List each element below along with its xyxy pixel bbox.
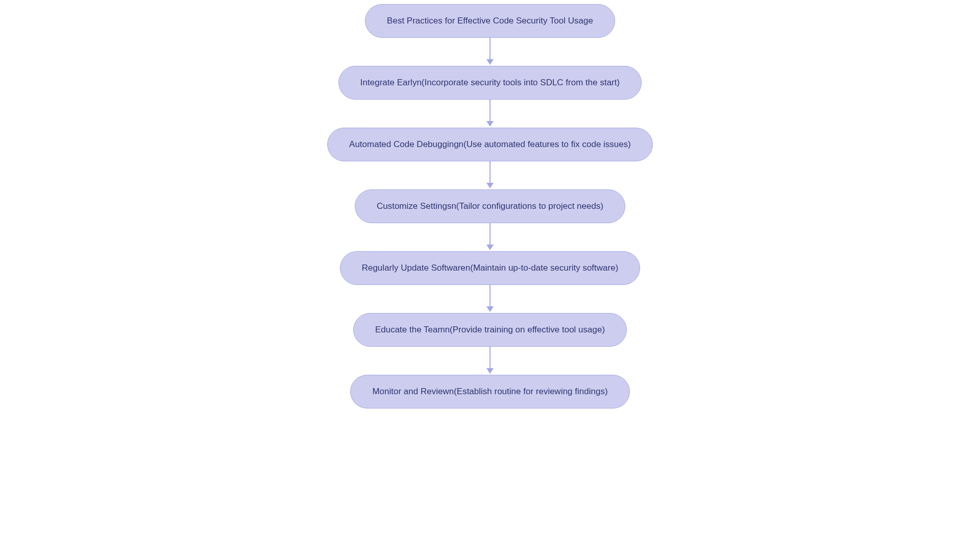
arrow-head-icon bbox=[486, 183, 494, 188]
arrow-icon bbox=[486, 38, 494, 66]
arrow-icon bbox=[486, 285, 494, 313]
arrow-line bbox=[489, 285, 491, 306]
arrow-line bbox=[489, 38, 491, 59]
arrow-head-icon bbox=[486, 306, 494, 312]
arrow-head-icon bbox=[486, 59, 494, 65]
node-integrate-early: Integrate Earlyn(Incorporate security to… bbox=[338, 66, 642, 100]
arrow-line bbox=[489, 347, 491, 368]
node-title: Best Practices for Effective Code Securi… bbox=[365, 4, 615, 38]
arrow-head-icon bbox=[486, 245, 494, 250]
node-update-software: Regularly Update Softwaren(Maintain up-t… bbox=[340, 251, 641, 285]
node-automated-debugging: Automated Code Debuggingn(Use automated … bbox=[327, 128, 653, 161]
node-monitor-review: Monitor and Reviewn(Establish routine fo… bbox=[350, 375, 629, 408]
arrow-line bbox=[489, 223, 491, 245]
arrow-icon bbox=[486, 223, 494, 251]
flowchart: Best Practices for Effective Code Securi… bbox=[327, 4, 653, 408]
arrow-line bbox=[489, 161, 491, 183]
arrow-line bbox=[489, 100, 491, 121]
arrow-head-icon bbox=[486, 368, 494, 374]
arrow-icon bbox=[486, 161, 494, 189]
arrow-icon bbox=[486, 347, 494, 375]
node-educate-team: Educate the Teamn(Provide training on ef… bbox=[353, 313, 627, 347]
arrow-icon bbox=[486, 100, 494, 128]
arrow-head-icon bbox=[486, 121, 494, 127]
node-customize-settings: Customize Settingsn(Tailor configuration… bbox=[355, 189, 625, 223]
